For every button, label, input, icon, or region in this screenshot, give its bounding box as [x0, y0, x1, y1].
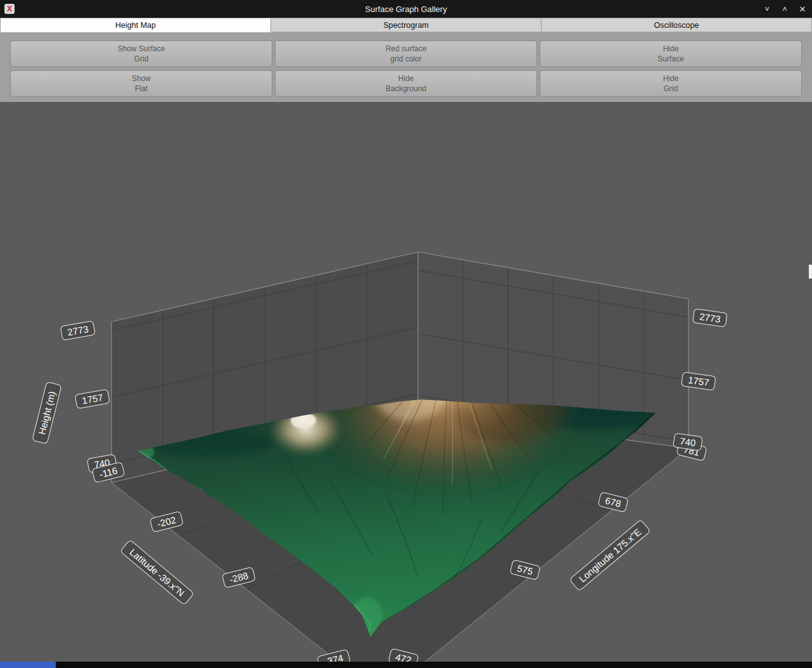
hide-grid-button[interactable]: Hide Grid	[540, 70, 802, 97]
bottom-strip	[0, 662, 812, 668]
button-label: grid color	[390, 54, 421, 64]
tab-bar: Height Map Spectrogram Oscilloscope	[0, 18, 812, 32]
show-surface-grid-button[interactable]: Show Surface Grid	[10, 41, 272, 67]
tab-spectrogram[interactable]: Spectrogram	[271, 18, 542, 32]
hide-background-button[interactable]: Hide Background	[275, 70, 537, 97]
background-window-sliver	[809, 265, 812, 279]
button-label: Background	[386, 84, 426, 94]
surface-plot-canvas[interactable]: 2773 1757 740 Height (m) 781 2773 1757 7…	[0, 102, 812, 662]
button-label: Hide	[663, 73, 679, 84]
tab-oscilloscope[interactable]: Oscilloscope	[542, 18, 812, 32]
hide-surface-button[interactable]: Hide Surface	[540, 41, 802, 67]
button-label: Grid	[134, 54, 149, 64]
button-label: Show	[132, 73, 151, 84]
taskbar-fragment[interactable]	[0, 662, 56, 668]
window-controls: ˅ ˄ ✕	[761, 0, 808, 18]
red-surface-grid-color-button[interactable]: Red surface grid color	[275, 41, 537, 67]
button-label: Surface	[657, 54, 683, 64]
toolbar: Show Surface Grid Red surface grid color…	[0, 32, 812, 102]
button-label: Red surface	[386, 44, 427, 54]
shade-window-button[interactable]: ˅	[761, 3, 773, 15]
button-label: Hide	[663, 44, 679, 54]
tab-height-map[interactable]: Height Map	[0, 18, 271, 32]
app-icon: X	[4, 4, 15, 14]
button-label: Show Surface	[118, 44, 165, 54]
button-label: Flat	[135, 84, 148, 94]
titlebar[interactable]: X Surface Graph Gallery ˅ ˄ ✕	[0, 0, 812, 18]
button-label: Grid	[664, 84, 678, 94]
close-window-button[interactable]: ✕	[797, 3, 808, 15]
window-title: Surface Graph Gallery	[0, 0, 812, 18]
show-flat-button[interactable]: Show Flat	[10, 70, 272, 97]
button-label: Hide	[398, 73, 414, 84]
maximize-window-button[interactable]: ˄	[779, 3, 790, 15]
